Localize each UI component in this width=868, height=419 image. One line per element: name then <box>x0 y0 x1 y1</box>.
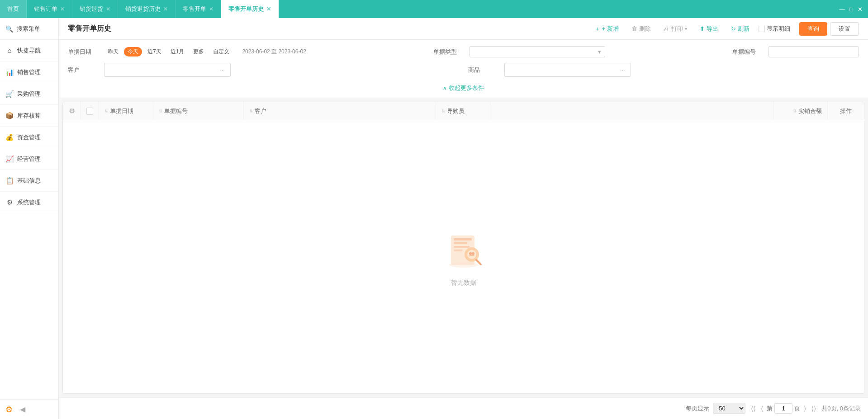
sidebar-item-finance[interactable]: 💰 资金管理 <box>0 127 58 148</box>
last1m-btn[interactable]: 近1月 <box>167 47 188 56</box>
display-toggle[interactable]: 显示明细 <box>759 25 790 33</box>
refresh-icon: ↻ <box>731 25 736 32</box>
delete-button[interactable]: 🗑 删除 <box>628 23 655 35</box>
sort-customer-icon[interactable]: ⇅ <box>249 108 253 113</box>
tab-sales-order[interactable]: 销售订单 ✕ <box>27 0 72 18</box>
sidebar-item-system[interactable]: ⚙ 系统管理 <box>0 192 58 213</box>
type-filter-select[interactable]: ▾ <box>470 46 605 57</box>
display-checkbox[interactable] <box>759 26 765 32</box>
settings-gear-icon[interactable]: ⚙ <box>69 107 75 115</box>
print-button[interactable]: 🖨 打印 ▾ <box>660 23 691 35</box>
sidebar-item-sales[interactable]: 📊 销售管理 <box>0 61 58 83</box>
tab-retail-history[interactable]: 零售开单历史 ✕ <box>221 0 279 18</box>
sort-num-icon[interactable]: ⇅ <box>159 108 162 113</box>
last7-btn[interactable]: 近7天 <box>144 47 165 56</box>
toolbar: ＋ + 新增 🗑 删除 🖨 打印 ▾ ⬆ 导出 ↻ <box>591 22 859 36</box>
table-header: ⚙ ⇅ 单据日期 ⇅ 单据编号 ⇅ 客户 ⇅ <box>63 102 864 120</box>
sort-amount-icon[interactable]: ⇅ <box>793 108 797 113</box>
sidebar-item-inventory[interactable]: 📦 库存核算 <box>0 105 58 127</box>
empty-text: 暂无数据 <box>451 279 476 287</box>
sidebar-bottom: ⚙ ◀ <box>0 399 58 419</box>
delete-label: 删除 <box>639 25 651 33</box>
tab-return-close[interactable]: ✕ <box>106 6 110 12</box>
total-info: 共0页, 0条记录 <box>821 405 861 413</box>
svg-rect-2 <box>454 238 472 240</box>
yesterday-btn[interactable]: 昨天 <box>104 47 122 56</box>
close-btn[interactable]: ✕ <box>858 6 863 13</box>
sidebar-search[interactable]: 🔍 搜索采单 <box>0 18 58 40</box>
date-quick-buttons: 昨天 今天 近7天 近1月 更多 自定义 <box>104 47 233 56</box>
num-filter-label: 单据编号 <box>732 48 759 56</box>
last-page-btn[interactable]: ⟩⟩ <box>810 404 818 413</box>
per-page-select[interactable]: 50 20 100 <box>713 403 745 414</box>
next-page-btn[interactable]: ⟩ <box>802 404 808 413</box>
sidebar-item-quick-nav[interactable]: ⌂ 快捷导航 <box>0 40 58 61</box>
svg-point-9 <box>469 252 472 255</box>
table-wrapper: ⚙ ⇅ 单据日期 ⇅ 单据编号 ⇅ 客户 ⇅ <box>62 102 864 394</box>
export-button[interactable]: ⬆ 导出 <box>696 23 722 35</box>
filter-area: 单据日期 昨天 今天 近7天 近1月 更多 自定义 2023-06-02 至 2… <box>59 40 868 98</box>
home-icon: ⌂ <box>5 47 14 54</box>
num-filter-input[interactable] <box>768 46 859 57</box>
tab-retail-order-close[interactable]: ✕ <box>209 6 213 12</box>
svg-line-8 <box>476 260 481 264</box>
filter-collapse-btn[interactable]: ∧ 收起更多条件 <box>68 82 859 94</box>
sidebar-item-purchase[interactable]: 🛒 采购管理 <box>0 83 58 105</box>
goods-filter-input[interactable] <box>508 66 618 73</box>
tab-sales-order-close[interactable]: ✕ <box>60 6 65 12</box>
first-page-btn[interactable]: ⟨⟨ <box>749 404 757 413</box>
query-button[interactable]: 查询 <box>799 22 827 36</box>
sidebar-item-label-1: 销售管理 <box>17 68 41 76</box>
minimize-btn[interactable]: — <box>839 6 845 13</box>
maximize-btn[interactable]: □ <box>849 6 853 13</box>
sidebar-item-label-7: 系统管理 <box>17 198 41 207</box>
tab-home-label: 首页 <box>7 5 19 13</box>
th-guide: ⇅ 导购员 <box>436 102 490 120</box>
header-checkbox[interactable] <box>86 108 93 115</box>
tab-return-history[interactable]: 销货退货历史 ✕ <box>118 0 175 18</box>
prev-page-btn[interactable]: ⟨ <box>759 404 765 413</box>
customer-filter-input[interactable] <box>108 66 218 73</box>
sort-guide-icon[interactable]: ⇅ <box>441 108 445 113</box>
goods-filter-label: 商品 <box>468 66 495 74</box>
tab-retail-history-close[interactable]: ✕ <box>266 6 271 12</box>
sidebar-item-business[interactable]: 📈 经营管理 <box>0 148 58 170</box>
sales-icon: 📊 <box>5 68 14 76</box>
sidebar-settings-icon[interactable]: ⚙ <box>5 405 13 414</box>
sort-date-icon[interactable]: ⇅ <box>104 108 108 113</box>
system-icon: ⚙ <box>5 198 14 207</box>
setting-button[interactable]: 设置 <box>830 22 859 36</box>
tab-retail-history-label: 零售开单历史 <box>228 5 264 13</box>
content-area: 零售开单历史 ＋ + 新增 🗑 删除 🖨 打印 ▾ ⬆ 导出 <box>59 18 868 419</box>
th-checkbox[interactable] <box>81 102 99 120</box>
tab-sales-order-label: 销售订单 <box>34 5 57 13</box>
page-input[interactable] <box>774 403 792 414</box>
tab-return[interactable]: 销货退货 ✕ <box>72 0 118 18</box>
tab-return-history-label: 销货退货历史 <box>125 5 161 13</box>
sidebar-collapse-icon[interactable]: ◀ <box>20 405 25 414</box>
sidebar-item-label-5: 经营管理 <box>17 155 41 163</box>
refresh-button[interactable]: ↻ 刷新 <box>727 23 753 35</box>
pagination: 每页显示 50 20 100 ⟨⟨ ⟨ 第 页 ⟩ ⟩⟩ 共0页, 0条记录 <box>59 397 868 419</box>
th-customer-label: 客户 <box>255 107 266 115</box>
empty-state: 暂无数据 <box>63 120 864 393</box>
date-filter-label: 单据日期 <box>68 48 95 56</box>
sidebar-item-label-3: 库存核算 <box>17 112 41 120</box>
tab-home[interactable]: 首页 <box>0 0 27 18</box>
custom-btn[interactable]: 自定义 <box>209 47 233 56</box>
goods-ellipsis-btn[interactable]: ··· <box>618 65 627 75</box>
page-title: 零售开单历史 <box>68 24 591 33</box>
th-goods-area <box>490 102 773 120</box>
th-settings[interactable]: ⚙ <box>63 102 81 120</box>
sidebar-item-base-info[interactable]: 📋 基础信息 <box>0 170 58 192</box>
tab-return-history-close[interactable]: ✕ <box>163 6 168 12</box>
tab-retail-order[interactable]: 零售开单 ✕ <box>175 0 221 18</box>
svg-rect-5 <box>454 250 463 251</box>
customer-ellipsis-btn[interactable]: ··· <box>218 65 227 75</box>
more-btn[interactable]: 更多 <box>190 47 208 56</box>
page-nav: ⟨⟨ ⟨ 第 页 ⟩ ⟩⟩ <box>749 403 818 414</box>
today-btn[interactable]: 今天 <box>124 47 142 56</box>
add-button[interactable]: ＋ + 新增 <box>591 23 622 35</box>
svg-rect-3 <box>454 242 467 244</box>
business-icon: 📈 <box>5 155 14 163</box>
